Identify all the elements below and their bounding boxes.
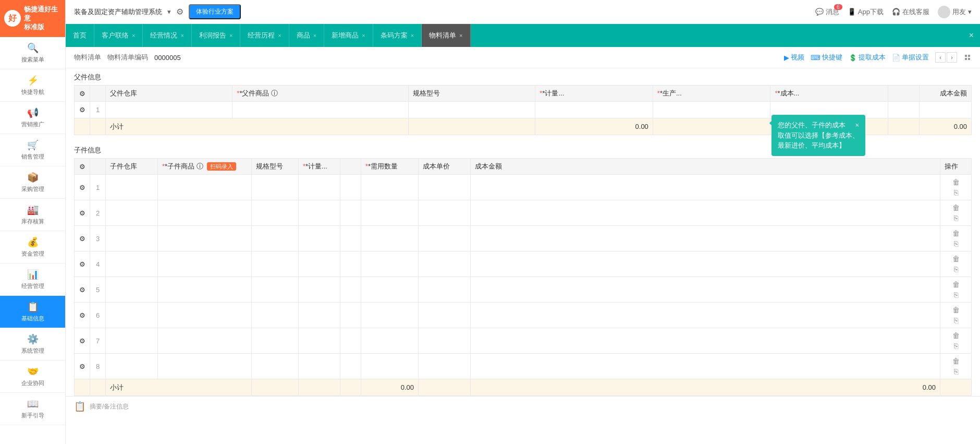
sidebar-item-guide[interactable]: 📖 新手引导 [0, 393, 65, 425]
child-row-warehouse[interactable] [106, 277, 158, 303]
cost-button[interactable]: 💲 提取成本 [849, 53, 886, 62]
child-row-warehouse[interactable] [106, 200, 158, 226]
child-row-qty[interactable] [361, 200, 419, 226]
child-row-unit-cost[interactable] [419, 277, 471, 303]
child-row-product[interactable] [158, 175, 252, 200]
child-row-spec[interactable] [252, 303, 299, 328]
copy-icon[interactable]: ⎘ [951, 238, 961, 249]
child-row-spec[interactable] [252, 277, 299, 303]
delete-icon[interactable]: 🗑 [951, 228, 961, 238]
child-row-warehouse[interactable] [106, 226, 158, 251]
tab-operations-close[interactable]: × [180, 32, 183, 39]
child-row-product[interactable] [158, 277, 252, 303]
prev-arrow[interactable]: ‹ [935, 52, 946, 63]
child-row-qty[interactable] [361, 354, 419, 379]
tab-operations[interactable]: 经营情况 × [143, 24, 191, 47]
copy-icon[interactable]: ⎘ [951, 290, 961, 300]
child-row-spec[interactable] [252, 175, 299, 200]
child-row-qty[interactable] [361, 328, 419, 354]
child-row-unit-cost[interactable] [419, 328, 471, 354]
parent-row-warehouse[interactable] [106, 102, 232, 118]
child-row-unit[interactable] [299, 277, 340, 303]
child-row-warehouse[interactable] [106, 175, 158, 200]
tab-new-products-close[interactable]: × [362, 32, 365, 39]
tab-customers[interactable]: 客户联络 × [94, 24, 143, 47]
child-row-spec[interactable] [252, 328, 299, 354]
grid-view-icon[interactable] [963, 53, 972, 62]
tab-home[interactable]: 首页 [66, 24, 94, 47]
tab-profit-close[interactable]: × [229, 32, 232, 39]
delete-icon[interactable]: 🗑 [951, 356, 961, 366]
child-row-unit[interactable] [299, 328, 340, 354]
delete-icon[interactable]: 🗑 [951, 305, 961, 315]
child-row-spec[interactable] [252, 226, 299, 251]
message-button[interactable]: 💬 消息 6 [815, 7, 839, 17]
sidebar-item-sales[interactable]: 🛒 销售管理 [0, 134, 65, 166]
sidebar-item-finance[interactable]: 💰 资金管理 [0, 231, 65, 263]
view-button[interactable]: ▶ 视频 [784, 53, 804, 62]
tab-history[interactable]: 经营历程 × [240, 24, 289, 47]
sidebar-item-inventory[interactable]: 🏭 库存核算 [0, 199, 65, 231]
child-row-qty[interactable] [361, 226, 419, 251]
tab-products[interactable]: 商品 × [289, 24, 324, 47]
copy-icon[interactable]: ⎘ [951, 187, 961, 198]
child-row-unit-cost[interactable] [419, 251, 471, 277]
child-row-spec[interactable] [252, 251, 299, 277]
child-row-unit[interactable] [299, 226, 340, 251]
sidebar-item-system[interactable]: ⚙️ 系统管理 [0, 328, 65, 361]
child-row-unit[interactable] [299, 303, 340, 328]
scan-button[interactable]: 扫码录入 [207, 162, 236, 171]
app-download-button[interactable]: 📱 App下载 [848, 7, 884, 17]
close-all-tabs[interactable]: × [963, 31, 980, 40]
delete-icon[interactable]: 🗑 [951, 177, 961, 187]
delete-icon[interactable]: 🗑 [951, 254, 961, 264]
delete-icon[interactable]: 🗑 [951, 330, 961, 341]
tab-bom-close[interactable]: × [459, 32, 462, 39]
child-row-warehouse[interactable] [106, 328, 158, 354]
sidebar-item-search[interactable]: 🔍 搜索菜单 [0, 37, 65, 69]
copy-icon[interactable]: ⎘ [951, 366, 961, 377]
trial-button[interactable]: 体验行业方案 [189, 4, 241, 19]
sidebar-item-marketing[interactable]: 📢 营销推广 [0, 102, 65, 134]
sidebar-item-collab[interactable]: 🤝 企业协同 [0, 361, 65, 393]
delete-icon[interactable]: 🗑 [951, 279, 961, 290]
child-row-unit-cost[interactable] [419, 354, 471, 379]
child-row-unit[interactable] [299, 251, 340, 277]
parent-row-unit[interactable] [535, 102, 653, 118]
child-row-qty[interactable] [361, 251, 419, 277]
child-row-product[interactable] [158, 303, 252, 328]
child-row-unit-cost[interactable] [419, 200, 471, 226]
child-row-unit[interactable] [299, 175, 340, 200]
child-row-qty[interactable] [361, 277, 419, 303]
sidebar-item-basic[interactable]: 📋 基础信息 [0, 296, 65, 328]
child-row-product[interactable] [158, 354, 252, 379]
copy-icon[interactable]: ⎘ [951, 264, 961, 274]
child-row-product[interactable] [158, 328, 252, 354]
child-row-product[interactable] [158, 251, 252, 277]
tab-products-close[interactable]: × [313, 32, 316, 39]
sidebar-item-ops[interactable]: 📊 经营管理 [0, 263, 65, 296]
child-row-unit[interactable] [299, 200, 340, 226]
parent-row-production[interactable] [653, 102, 770, 118]
tab-barcode[interactable]: 条码方案 × [373, 24, 422, 47]
child-row-product[interactable] [158, 200, 252, 226]
child-row-product[interactable] [158, 226, 252, 251]
child-row-warehouse[interactable] [106, 354, 158, 379]
copy-icon[interactable]: ⎘ [951, 213, 961, 223]
shortcut-button[interactable]: ⌨ 快捷键 [811, 53, 842, 62]
next-arrow[interactable]: › [947, 52, 957, 63]
child-row-unit-cost[interactable] [419, 175, 471, 200]
child-row-qty[interactable] [361, 175, 419, 200]
tab-customers-close[interactable]: × [132, 32, 135, 39]
parent-row-product[interactable] [232, 102, 409, 118]
tooltip-close-button[interactable]: × [855, 120, 859, 130]
delete-icon[interactable]: 🗑 [951, 202, 961, 213]
copy-icon[interactable]: ⎘ [951, 341, 961, 351]
copy-icon[interactable]: ⎘ [951, 315, 961, 326]
online-service-button[interactable]: 🎧 在线客服 [892, 7, 929, 17]
child-row-spec[interactable] [252, 354, 299, 379]
parent-row-spec[interactable] [408, 102, 535, 118]
settings-icon[interactable]: ⚙ [176, 7, 183, 17]
child-row-qty[interactable] [361, 303, 419, 328]
settings-doc-button[interactable]: 📄 单据设置 [892, 53, 929, 62]
